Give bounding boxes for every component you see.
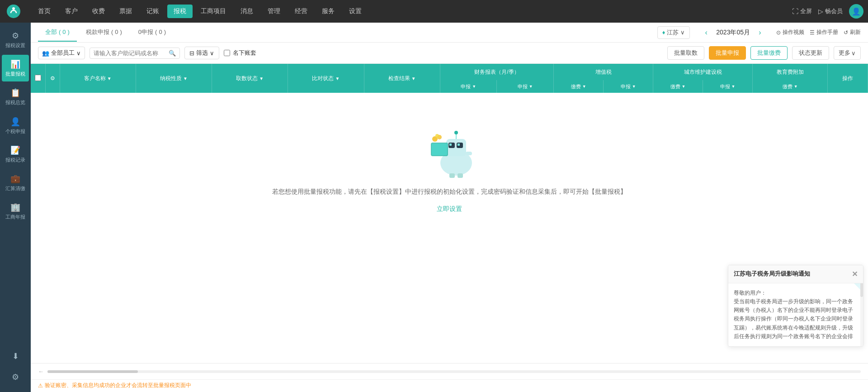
more-button[interactable]: 更多 ∨ — [834, 46, 861, 60]
sidebar-item-download[interactable]: ⬇ — [2, 347, 29, 366]
sidebar-item-settings[interactable]: ⚙ — [2, 368, 29, 387]
svg-rect-17 — [449, 173, 455, 178]
sidebar-item-batch-tax[interactable]: 📊 批量报税 — [2, 55, 29, 81]
sidebar-item-personal-tax[interactable]: 👤 个税申报 — [2, 112, 29, 139]
filter-icon-nature[interactable]: ▼ — [183, 76, 188, 81]
svg-rect-13 — [432, 143, 447, 155]
batch-pay-button[interactable]: 批量缴费 — [750, 46, 788, 60]
operation-manual-link[interactable]: ☰ 操作手册 — [810, 29, 838, 36]
batch-fetch-button[interactable]: 批量取数 — [667, 46, 704, 60]
left-scroll-arrow[interactable]: ← — [38, 368, 44, 375]
tab-all[interactable]: 全部 ( 0 ) — [38, 24, 77, 42]
account-checkbox-label: 名下账套 — [233, 49, 256, 57]
vip-button[interactable]: ▷ 畅会员 — [818, 7, 843, 15]
search-input[interactable] — [94, 50, 166, 57]
setup-link[interactable]: 立即设置 — [437, 205, 462, 213]
nav-customer[interactable]: 客户 — [59, 5, 84, 18]
notification-close-button[interactable]: ✕ — [852, 270, 858, 278]
refresh-icon: ↺ — [844, 29, 848, 36]
staff-selector[interactable]: 👥 全部员工 ∨ — [38, 47, 85, 59]
nav-operation[interactable]: 经营 — [288, 5, 314, 18]
nav-message[interactable]: 消息 — [234, 5, 259, 18]
notification-content: 受当前电子税务局进一步升级的影响，同一个政务网账号（办税人）名下的企业不能再同时… — [734, 297, 858, 341]
sidebar-item-tax-settings[interactable]: ⚙ 报税设置 — [2, 26, 29, 53]
filter-icon-check[interactable]: ▼ — [411, 76, 416, 81]
gear-icon[interactable]: ⚙ — [50, 75, 55, 81]
filter-icon-fetch[interactable]: ▼ — [259, 76, 264, 81]
tab-zero[interactable]: 0申报 ( 0 ) — [131, 24, 173, 42]
nav-settings[interactable]: 设置 — [343, 5, 368, 18]
notification-title: 江苏电子税务局升级影响通知 — [734, 270, 810, 278]
operation-video-link[interactable]: ⊙ 操作视频 — [776, 29, 804, 36]
refresh-link[interactable]: ↺ 刷新 — [844, 29, 861, 36]
tab-declare[interactable]: 税款申报 ( 0 ) — [79, 24, 129, 42]
col-education-fee: 教育费附加 — [753, 64, 828, 80]
empty-state: 若您想使用批量报税功能，请先在【报税设置】中进行报税的初始化设置，完成密码验证和… — [31, 93, 868, 240]
svg-rect-6 — [449, 143, 452, 146]
sidebar: ⚙ 报税设置 📊 批量报税 📋 报税总览 👤 个税申报 📝 报税记录 💼 汇算清… — [0, 23, 31, 392]
col-fetch-status: 取数状态 ▼ — [212, 64, 288, 93]
tab-declare-count: ( — [111, 29, 113, 35]
svg-rect-11 — [466, 152, 472, 155]
nav-home[interactable]: 首页 — [32, 5, 57, 18]
bottom-bar: ← — [31, 363, 868, 379]
nav-accounting[interactable]: 记账 — [140, 5, 165, 18]
sidebar-item-annual-report[interactable]: 🏢 工商年报 — [2, 198, 29, 225]
refresh-label: 刷新 — [850, 29, 861, 36]
filter-button[interactable]: ⊟ 筛选 ∨ — [184, 47, 219, 59]
sidebar-label-annual-report: 工商年报 — [5, 214, 25, 220]
nav-management[interactable]: 管理 — [261, 5, 287, 18]
svg-rect-7 — [458, 143, 460, 146]
tax-settings-icon: ⚙ — [12, 31, 19, 41]
sidebar-item-annual-settlement[interactable]: 💼 汇算清缴 — [2, 169, 29, 196]
nav-industry[interactable]: 工商项目 — [194, 5, 232, 18]
filter-icon-vat-pay[interactable]: ▼ — [582, 84, 586, 89]
filter-icon-edu-declare[interactable]: ▼ — [731, 84, 736, 89]
filter-icon-edu-pay[interactable]: ▼ — [794, 84, 798, 89]
top-navigation: 首页 客户 收费 票据 记账 报税 工商项目 消息 管理 经营 服务 设置 ⛶ … — [0, 0, 868, 23]
account-checkbox-wrap[interactable]: 名下账套 — [224, 49, 256, 57]
filter-icon-compare[interactable]: ▼ — [335, 76, 340, 81]
prev-month-button[interactable]: ‹ — [701, 27, 712, 38]
notification-body: 尊敬的用户： 受当前电子税务局进一步升级的影响，同一个政务网账号（办税人）名下的… — [728, 283, 863, 346]
user-avatar[interactable]: 👤 — [849, 4, 863, 19]
tab-all-count: ( — [59, 29, 61, 35]
select-all-checkbox[interactable] — [35, 75, 41, 81]
tax-overview-icon: 📋 — [10, 88, 20, 98]
col-compare-status: 比对状态 ▼ — [288, 64, 364, 93]
current-month: 2023年05月 — [716, 29, 750, 37]
sidebar-item-tax-records[interactable]: 📝 报税记录 — [2, 141, 29, 167]
filter-icon-f-declare[interactable]: ▼ — [472, 84, 476, 89]
nav-right: ⛶ 全屏 ▷ 畅会员 👤 — [792, 4, 863, 19]
filter-icon-city-declare[interactable]: ▼ — [632, 84, 636, 89]
nav-tax[interactable]: 报税 — [167, 5, 193, 18]
sidebar-label-batch-tax: 批量报税 — [5, 71, 25, 77]
logo[interactable] — [5, 2, 23, 20]
status-update-button[interactable]: 状态更新 — [792, 46, 829, 60]
filter-icon-city-pay[interactable]: ▼ — [682, 84, 686, 89]
nav-service[interactable]: 服务 — [316, 5, 341, 18]
fullscreen-button[interactable]: ⛶ 全屏 — [792, 7, 812, 15]
manual-label: 操作手册 — [816, 29, 838, 36]
province-selector[interactable]: ♦ 江苏 ∨ — [657, 26, 690, 39]
sidebar-label-tax-overview: 报税总览 — [5, 100, 25, 105]
account-checkbox[interactable] — [224, 50, 230, 56]
next-month-button[interactable]: › — [755, 27, 765, 38]
fullscreen-icon: ⛶ — [792, 8, 798, 15]
tab-declare-end: ) — [120, 29, 122, 35]
nav-fee[interactable]: 收费 — [86, 5, 111, 18]
settings-icon: ⚙ — [12, 372, 19, 382]
sidebar-item-tax-overview[interactable]: 📋 报税总览 — [2, 83, 29, 110]
sub-col-city-pay: 缴费 ▼ — [653, 80, 703, 93]
sub-col-edu-pay: 缴费 ▼ — [753, 80, 828, 93]
filter-icon-vat-declare[interactable]: ▼ — [529, 84, 533, 89]
filter-icon-customer[interactable]: ▼ — [107, 76, 112, 81]
tabs-actions: ⊙ 操作视频 ☰ 操作手册 ↺ 刷新 — [776, 29, 861, 36]
sidebar-bottom: ⬇ ⚙ — [0, 347, 31, 392]
nav-invoice[interactable]: 票据 — [113, 5, 138, 18]
col-tax-nature: 纳税性质 ▼ — [136, 64, 212, 93]
sub-col-financial-declare: 申报 ▼ — [440, 80, 497, 93]
col-check-result: 检查结果 ▼ — [364, 64, 440, 93]
search-icon[interactable]: 🔍 — [169, 50, 176, 57]
batch-declare-button[interactable]: 批量申报 — [709, 46, 746, 60]
